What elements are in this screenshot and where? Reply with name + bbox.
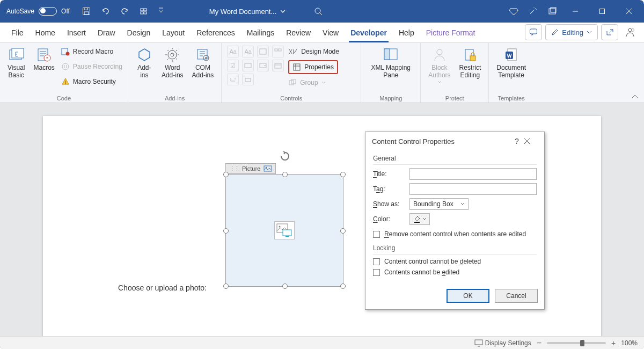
share-button[interactable]: [601, 24, 618, 40]
qat-more-button[interactable]: [136, 3, 152, 19]
cancel-button[interactable]: Cancel: [495, 289, 538, 303]
remove-checkbox[interactable]: [373, 231, 380, 238]
rich-text-control-button[interactable]: Aa: [227, 46, 239, 57]
picture-placeholder[interactable]: [274, 221, 295, 239]
tab-developer[interactable]: Developer: [345, 24, 393, 42]
prompt-text: Choose or upload a photo:: [118, 283, 207, 292]
tab-home[interactable]: Home: [30, 24, 61, 42]
zoom-slider[interactable]: [547, 342, 606, 344]
autosave-toggle[interactable]: AutoSave Off: [6, 7, 70, 16]
warning-icon: [61, 77, 70, 86]
dialog-help-button[interactable]: ?: [510, 137, 524, 146]
dialog-titlebar[interactable]: Content Control Properties ?: [365, 132, 544, 150]
date-control-button[interactable]: [272, 60, 284, 71]
building-block-control-button[interactable]: [272, 46, 284, 57]
resize-handle[interactable]: [282, 283, 288, 289]
xml-mapping-button[interactable]: XML Mapping Pane: [367, 45, 415, 81]
tag-input[interactable]: [409, 183, 537, 195]
control-tab[interactable]: ⋮⋮ Picture: [225, 163, 276, 174]
toolbox-icon: [244, 76, 252, 83]
com-addins-button[interactable]: COM Add-ins: [190, 45, 216, 81]
account-button[interactable]: [621, 24, 639, 40]
document-title[interactable]: My Word Document...: [209, 8, 286, 16]
coming-soon-button[interactable]: [525, 3, 541, 19]
comments-button[interactable]: [525, 24, 542, 40]
svg-point-46: [279, 226, 281, 228]
search-button[interactable]: [310, 3, 326, 19]
lock-delete-checkbox[interactable]: [373, 258, 380, 265]
macro-security-button[interactable]: Macro Security: [61, 75, 116, 88]
doc-title-text: My Word Document...: [209, 8, 276, 16]
chevron-down-icon: [437, 81, 442, 84]
plain-text-control-button[interactable]: Aa: [242, 46, 254, 57]
pause-recording-button: Pause Recording: [61, 60, 122, 73]
save-button[interactable]: [78, 3, 94, 19]
resize-handle[interactable]: [340, 228, 346, 234]
tab-references[interactable]: References: [191, 24, 241, 42]
visual-basic-button[interactable]: Visual Basic: [5, 45, 27, 81]
resize-handle[interactable]: [223, 283, 229, 289]
chevron-down-icon: [460, 202, 465, 206]
title-input[interactable]: [409, 168, 537, 180]
picture-content-control[interactable]: ⋮⋮ Picture: [225, 163, 345, 288]
tab-picture-format[interactable]: Picture Format: [420, 24, 481, 42]
zoom-level[interactable]: 100%: [621, 339, 638, 347]
qat-customize-button[interactable]: [156, 3, 166, 19]
svg-point-38: [437, 49, 442, 55]
combobox-control-button[interactable]: [242, 60, 254, 71]
svg-point-20: [62, 63, 69, 70]
resize-handle[interactable]: [223, 228, 229, 234]
lock-edit-checkbox[interactable]: [373, 269, 380, 276]
tab-review[interactable]: Review: [280, 24, 317, 42]
dropdown-control-button[interactable]: [257, 60, 269, 71]
record-macro-button[interactable]: Record Macro: [61, 45, 113, 58]
tab-file[interactable]: File: [5, 24, 30, 42]
properties-button[interactable]: Properties: [288, 60, 338, 74]
resize-handle[interactable]: [340, 283, 346, 289]
display-settings-button[interactable]: Display Settings: [474, 339, 531, 347]
app-switcher-button[interactable]: [544, 3, 560, 19]
addins-button[interactable]: Add- ins: [134, 45, 155, 81]
repeating-control-button[interactable]: [227, 74, 239, 85]
tab-insert[interactable]: Insert: [61, 24, 92, 42]
editing-mode-button[interactable]: Editing: [545, 24, 598, 40]
tab-view[interactable]: View: [317, 24, 345, 42]
ok-button[interactable]: OK: [447, 289, 489, 303]
resize-handle[interactable]: [340, 172, 346, 177]
resize-handle[interactable]: [223, 172, 229, 177]
redo-button[interactable]: [117, 3, 133, 19]
word-addins-button[interactable]: Word Add-ins: [159, 45, 186, 81]
picture-control-button[interactable]: [257, 46, 269, 57]
undo-button[interactable]: [98, 3, 114, 19]
svg-rect-31: [275, 63, 281, 68]
checkbox-control-button[interactable]: ☑: [227, 60, 239, 71]
maximize-button[interactable]: [590, 3, 614, 19]
design-mode-button[interactable]: Design Mode: [288, 45, 339, 58]
zoom-out-button[interactable]: −: [537, 338, 541, 348]
collapse-ribbon-button[interactable]: [631, 94, 639, 99]
legacy-tools-button[interactable]: [242, 74, 254, 85]
svg-rect-27: [275, 49, 277, 51]
show-as-select[interactable]: Bounding Box: [409, 198, 469, 210]
restrict-editing-button[interactable]: Restrict Editing: [457, 45, 484, 81]
tab-layout[interactable]: Layout: [156, 24, 191, 42]
title-bar: AutoSave Off My Word Document...: [0, 0, 644, 23]
document-template-button[interactable]: Document Template: [494, 45, 528, 81]
save-icon: [82, 7, 91, 16]
resize-handle[interactable]: [282, 172, 288, 177]
tab-design[interactable]: Design: [121, 24, 157, 42]
dialog-close-button[interactable]: [524, 138, 538, 144]
rotate-handle[interactable]: [279, 150, 291, 162]
minimize-button[interactable]: [564, 3, 587, 19]
color-picker[interactable]: [409, 213, 430, 225]
content-control-properties-dialog: Content Control Properties ? General Tit…: [365, 132, 545, 310]
zoom-in-button[interactable]: +: [611, 339, 616, 347]
close-button[interactable]: [617, 3, 641, 19]
tab-help[interactable]: Help: [393, 24, 420, 42]
macros-button[interactable]: Macros: [31, 45, 56, 73]
document-area[interactable]: Choose or upload a photo: ⋮⋮ Picture: [0, 103, 644, 336]
premium-button[interactable]: [506, 3, 522, 19]
tab-mailings[interactable]: Mailings: [241, 24, 280, 42]
tab-draw[interactable]: Draw: [92, 24, 121, 42]
grid-icon: [140, 7, 149, 16]
